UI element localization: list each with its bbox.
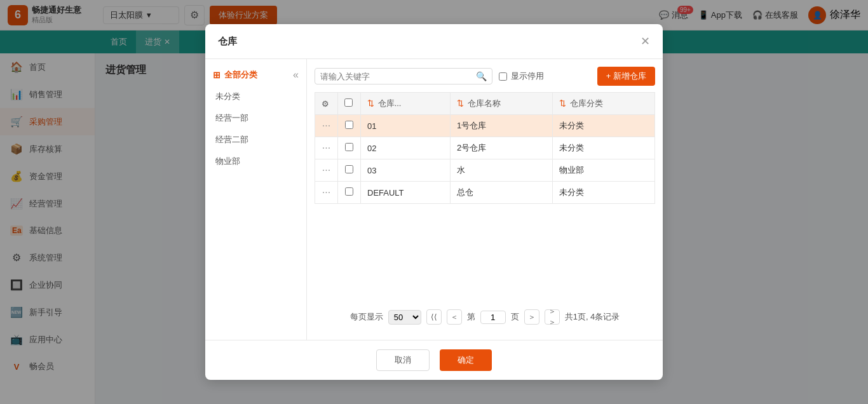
row-actions[interactable]: ··· (315, 115, 338, 137)
prev-page-button[interactable]: ＜ (447, 309, 462, 325)
row-actions[interactable]: ··· (315, 159, 338, 182)
row-check[interactable] (338, 182, 361, 204)
row-category: 未分类 (553, 137, 655, 159)
col-category: ⇅ 仓库分类 (553, 93, 655, 115)
row-id: 02 (361, 137, 451, 159)
category-item-property[interactable]: 物业部 (205, 151, 306, 172)
add-warehouse-button[interactable]: + 新增仓库 (597, 67, 655, 86)
row-id: 03 (361, 159, 451, 182)
row-actions[interactable]: ··· (315, 137, 338, 159)
show-disabled-toggle[interactable]: 显示停用 (499, 71, 544, 82)
row-actions[interactable]: ··· (315, 182, 338, 204)
collapse-button[interactable]: « (293, 69, 299, 81)
sort-icon-id: ⇅ (367, 98, 374, 108)
modal-footer: 取消 确定 (205, 340, 663, 380)
col-gear: ⚙ (315, 93, 338, 115)
table-row[interactable]: ··· 02 2号仓库 未分类 (315, 137, 655, 159)
category-sidebar: ⊞ 全部分类 « 未分类 经营一部 经营二部 物业部 (205, 59, 307, 340)
next-page-button[interactable]: ＞ (524, 309, 539, 325)
modal-body: ⊞ 全部分类 « 未分类 经营一部 经营二部 物业部 🔍 (205, 59, 663, 340)
row-name: 2号仓库 (451, 137, 553, 159)
row-check[interactable] (338, 159, 361, 182)
table-toolbar: 🔍 显示停用 + 新增仓库 (315, 67, 655, 86)
category-item-unclassified[interactable]: 未分类 (205, 86, 306, 107)
search-box: 🔍 (315, 68, 492, 84)
row-name: 总仓 (451, 182, 553, 204)
sort-icon-name: ⇅ (457, 98, 464, 108)
pagination: 每页显示 50 20 100 ⟨⟨ ＜ 第 页 ＞ ＞＞ 共1页, 4条记录 (315, 302, 655, 332)
sort-icon-category: ⇅ (559, 98, 566, 108)
row-id: DEFAULT (361, 182, 451, 204)
cancel-button[interactable]: 取消 (376, 349, 430, 371)
warehouse-table: ⚙ ⇅ 仓库... ⇅ 仓库名称 ⇅ (315, 92, 655, 204)
modal-title: 仓库 (218, 36, 237, 48)
table-area: 🔍 显示停用 + 新增仓库 ⚙ ⇅ (307, 59, 663, 340)
warehouse-modal: 仓库 ✕ ⊞ 全部分类 « 未分类 经营一部 经营二部 物业部 (205, 24, 663, 380)
select-all-checkbox[interactable] (344, 98, 353, 107)
search-icon[interactable]: 🔍 (476, 71, 487, 81)
table-row[interactable]: ··· 03 水 物业部 (315, 159, 655, 182)
table-row[interactable]: ··· 01 1号仓库 未分类 (315, 115, 655, 137)
search-input[interactable] (320, 72, 476, 81)
modal-overlay[interactable]: 仓库 ✕ ⊞ 全部分类 « 未分类 经营一部 经营二部 物业部 (0, 0, 868, 404)
category-item-operations1[interactable]: 经营一部 (205, 107, 306, 129)
row-name: 1号仓库 (451, 115, 553, 137)
row-check[interactable] (338, 137, 361, 159)
category-item-operations2[interactable]: 经营二部 (205, 129, 306, 151)
all-categories[interactable]: ⊞ 全部分类 (213, 69, 257, 81)
show-disabled-checkbox[interactable] (499, 72, 507, 81)
row-category: 未分类 (553, 182, 655, 204)
col-name: ⇅ 仓库名称 (451, 93, 553, 115)
table-body: ··· 01 1号仓库 未分类 ··· 02 2号仓库 未分类 (315, 115, 655, 204)
per-page-select[interactable]: 50 20 100 (388, 310, 421, 325)
first-page-button[interactable]: ⟨⟨ (426, 309, 442, 325)
table-header: ⚙ ⇅ 仓库... ⇅ 仓库名称 ⇅ (315, 93, 655, 115)
row-name: 水 (451, 159, 553, 182)
col-check (338, 93, 361, 115)
table-row[interactable]: ··· DEFAULT 总仓 未分类 (315, 182, 655, 204)
grid-icon: ⊞ (213, 70, 220, 80)
modal-close-button[interactable]: ✕ (641, 34, 650, 48)
last-page-button[interactable]: ＞＞ (545, 309, 560, 325)
row-check[interactable] (338, 115, 361, 137)
category-header: ⊞ 全部分类 « (205, 64, 306, 86)
confirm-button[interactable]: 确定 (440, 349, 492, 371)
col-id: ⇅ 仓库... (361, 93, 451, 115)
page-input[interactable] (480, 311, 506, 324)
row-id: 01 (361, 115, 451, 137)
modal-header: 仓库 ✕ (205, 24, 663, 59)
row-category: 未分类 (553, 115, 655, 137)
row-category: 物业部 (553, 159, 655, 182)
